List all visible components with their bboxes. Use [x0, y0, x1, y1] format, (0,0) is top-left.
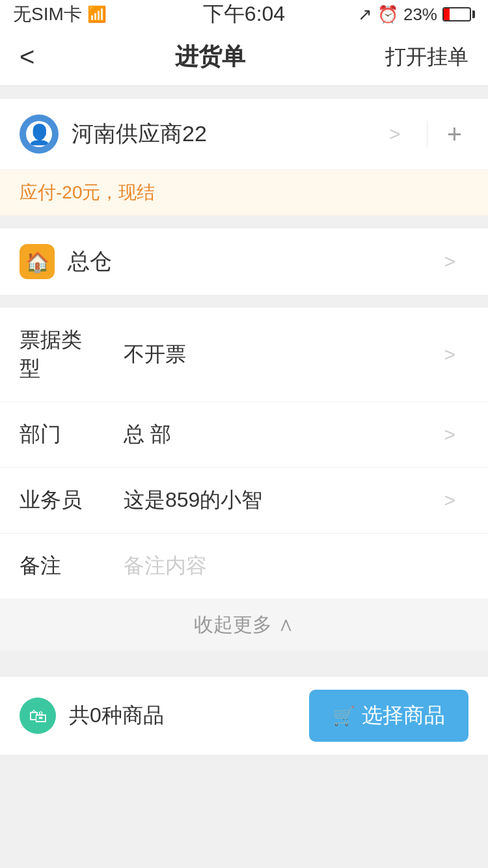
- gap-3: [0, 651, 488, 664]
- select-product-label: 选择商品: [362, 701, 445, 730]
- select-product-button[interactable]: 🛒 选择商品: [309, 690, 468, 742]
- department-chevron-icon: >: [444, 424, 455, 446]
- house-icon: 🏠: [25, 251, 49, 273]
- supplier-avatar: 👤: [20, 115, 59, 154]
- staff-chevron-icon: >: [444, 489, 455, 511]
- staff-label: 业务员: [20, 486, 98, 515]
- vertical-divider: [427, 121, 427, 147]
- form-section: 票据类型 不开票 > 部门 总 部 > 业务员 这是859的小智 > 备注 备注…: [0, 308, 488, 599]
- location-icon: ↗: [358, 5, 372, 25]
- battery-indicator: [442, 7, 475, 21]
- nav-bar: < 进货单 打开挂单: [0, 29, 488, 86]
- bottom-area: [0, 755, 488, 868]
- remark-input[interactable]: 备注内容: [98, 552, 468, 580]
- cart-icon: 🛍: [29, 705, 47, 727]
- cart-icon-bg: 🛍: [20, 698, 56, 734]
- department-row[interactable]: 部门 总 部 >: [0, 402, 488, 468]
- supplier-section: 👤 河南供应商22 > + 应付-20元，现结: [0, 99, 488, 215]
- gap-1: [0, 86, 488, 99]
- warehouse-chevron-icon: >: [444, 251, 455, 273]
- remark-row[interactable]: 备注 备注内容: [0, 534, 488, 599]
- notice-text: 应付-20元，现结: [20, 182, 155, 202]
- department-label: 部门: [20, 420, 98, 449]
- collapse-label: 收起更多 ∧: [194, 612, 293, 638]
- staff-row[interactable]: 业务员 这是859的小智 >: [0, 468, 488, 534]
- status-time: 下午6:04: [203, 0, 285, 29]
- wifi-icon: 📶: [87, 5, 107, 23]
- supplier-chevron-icon: >: [389, 123, 401, 145]
- open-pending-button[interactable]: 打开挂单: [385, 43, 468, 72]
- notice-bar: 应付-20元，现结: [0, 170, 488, 215]
- add-supplier-button[interactable]: +: [441, 120, 468, 149]
- invoice-row[interactable]: 票据类型 不开票 >: [0, 308, 488, 402]
- person-icon: 👤: [27, 123, 51, 146]
- invoice-value: 不开票: [98, 340, 444, 369]
- invoice-label: 票据类型: [20, 326, 98, 383]
- status-left: 无SIM卡 📶: [13, 2, 107, 27]
- carrier-label: 无SIM卡: [13, 2, 82, 27]
- collapse-button[interactable]: 收起更多 ∧: [0, 599, 488, 651]
- product-bar: 🛍 共0种商品 🛒 选择商品: [0, 677, 488, 755]
- battery-percent: 23%: [403, 5, 437, 25]
- select-product-icon: 🛒: [332, 705, 355, 727]
- supplier-row[interactable]: 👤 河南供应商22 > +: [0, 99, 488, 170]
- staff-value: 这是859的小智: [98, 486, 444, 515]
- back-button[interactable]: <: [20, 42, 34, 72]
- supplier-name: 河南供应商22: [72, 119, 389, 149]
- remark-label: 备注: [20, 552, 98, 580]
- warehouse-name: 总仓: [68, 247, 444, 277]
- warehouse-icon-bg: 🏠: [20, 244, 55, 279]
- gap-2: [0, 215, 488, 228]
- alarm-icon: ⏰: [377, 5, 398, 25]
- status-right: ↗ ⏰ 23%: [358, 5, 475, 25]
- warehouse-section[interactable]: 🏠 总仓 >: [0, 228, 488, 295]
- product-count-label: 共0种商品: [69, 701, 309, 730]
- status-bar: 无SIM卡 📶 下午6:04 ↗ ⏰ 23%: [0, 0, 488, 29]
- department-value: 总 部: [98, 420, 444, 449]
- invoice-chevron-icon: >: [444, 344, 455, 366]
- page-title: 进货单: [175, 41, 245, 73]
